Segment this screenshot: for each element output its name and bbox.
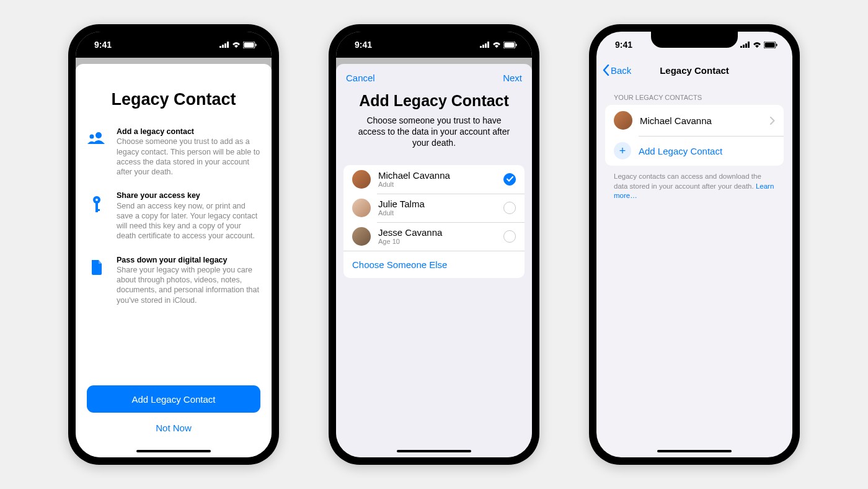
notch [130, 32, 217, 48]
avatar [352, 170, 371, 189]
svg-rect-20 [740, 46, 742, 48]
svg-point-10 [95, 199, 98, 201]
radio-unselected[interactable] [503, 202, 516, 214]
wifi-icon [753, 42, 761, 48]
svg-point-8 [90, 135, 94, 139]
cellular-icon [480, 42, 490, 48]
cancel-button[interactable]: Cancel [346, 73, 375, 83]
status-time: 9:41 [355, 40, 372, 50]
avatar [614, 111, 632, 130]
svg-rect-16 [487, 42, 489, 48]
home-indicator[interactable] [397, 450, 471, 452]
nav-bar: Back Legacy Contact [596, 58, 792, 83]
legacy-contacts-list: Michael Cavanna + Add Legacy Contact [605, 105, 784, 166]
people-icon [87, 127, 107, 177]
contact-row[interactable]: Michael Cavanna Adult [343, 165, 525, 194]
feature-add-contact: Add a legacy contact Choose someone you … [87, 127, 260, 177]
svg-rect-1 [222, 45, 224, 48]
svg-rect-5 [244, 42, 254, 47]
feature-digital-legacy: Pass down your digital legacy Share your… [87, 255, 260, 305]
contact-name: Julie Talma [378, 199, 496, 209]
svg-rect-18 [505, 42, 515, 47]
contact-name: Jesse Cavanna [378, 227, 496, 238]
back-button[interactable]: Back [603, 65, 631, 76]
svg-rect-13 [480, 46, 482, 48]
add-legacy-contact-button[interactable]: Add Legacy Contact [87, 385, 260, 413]
document-icon [87, 255, 107, 305]
legacy-contact-row[interactable]: Michael Cavanna [605, 105, 784, 136]
battery-icon [764, 42, 777, 48]
back-label: Back [611, 65, 631, 76]
wifi-icon [492, 42, 501, 48]
home-indicator[interactable] [136, 450, 211, 452]
status-icons [740, 42, 777, 48]
svg-point-7 [95, 132, 102, 138]
feature-desc: Share your legacy with people you care a… [117, 265, 260, 305]
status-time: 9:41 [94, 40, 112, 50]
contact-list: Michael Cavanna Adult Julie Talma Adult [343, 165, 525, 278]
svg-rect-12 [95, 209, 100, 211]
page-title: Legacy Contact [87, 90, 260, 109]
nav-title: Legacy Contact [660, 65, 729, 76]
notch [651, 32, 738, 48]
add-label: Add Legacy Contact [639, 146, 775, 156]
svg-rect-19 [516, 43, 517, 46]
avatar [352, 227, 371, 246]
svg-rect-14 [482, 45, 484, 48]
svg-rect-22 [745, 43, 747, 48]
status-icons [219, 42, 257, 48]
svg-rect-26 [776, 43, 777, 46]
phone-select-contact-screen: 9:41 Cancel Next Add Legacy Contact Choo… [329, 24, 539, 465]
feature-title: Pass down your digital legacy [117, 255, 260, 265]
svg-rect-2 [224, 43, 226, 48]
feature-desc: Send an access key now, or print and sav… [117, 201, 260, 241]
contact-name: Michael Cavanna [640, 115, 763, 126]
intro-sheet: Legacy Contact Add a legacy contact Choo… [76, 64, 272, 457]
chevron-left-icon [603, 65, 609, 76]
not-now-button[interactable]: Not Now [87, 415, 260, 440]
plus-icon: + [614, 142, 631, 159]
radio-unselected[interactable] [503, 230, 516, 243]
select-contact-sheet: Cancel Next Add Legacy Contact Choose so… [336, 64, 532, 457]
next-button[interactable]: Next [503, 73, 522, 83]
add-legacy-contact-row[interactable]: + Add Legacy Contact [605, 136, 784, 166]
svg-rect-23 [748, 42, 750, 48]
contact-row[interactable]: Julie Talma Adult [343, 194, 525, 222]
page-subtitle: Choose someone you trust to have access … [336, 115, 532, 149]
home-indicator[interactable] [657, 450, 732, 452]
page-title: Add Legacy Contact [346, 92, 522, 110]
status-time: 9:41 [615, 40, 632, 50]
svg-rect-3 [227, 42, 229, 48]
contact-row[interactable]: Jesse Cavanna Age 10 [343, 222, 525, 251]
cellular-icon [740, 42, 750, 48]
phone-contacts-list-screen: 9:41 Back Legacy Contact YOUR LEGACY CON… [589, 24, 800, 465]
wifi-icon [232, 42, 241, 48]
contact-name: Michael Cavanna [378, 170, 496, 181]
feature-title: Share your access key [117, 191, 260, 200]
svg-rect-6 [255, 43, 257, 46]
status-icons [480, 42, 517, 48]
chevron-right-icon [770, 117, 775, 125]
contact-subtitle: Adult [378, 181, 496, 188]
feature-desc: Choose someone you trust to add as a leg… [117, 137, 260, 177]
choose-someone-else-button[interactable]: Choose Someone Else [343, 251, 525, 278]
notch [391, 32, 477, 48]
contact-subtitle: Age 10 [378, 238, 496, 245]
svg-rect-0 [219, 46, 221, 48]
phone-intro-screen: 9:41 Legacy Contact Add a legacy contact… [68, 24, 279, 465]
contact-subtitle: Adult [378, 209, 496, 217]
feature-access-key: Share your access key Send an access key… [87, 191, 260, 241]
avatar [352, 199, 371, 217]
battery-icon [243, 42, 257, 48]
feature-title: Add a legacy contact [117, 127, 260, 137]
svg-rect-21 [743, 45, 745, 48]
footer-text: Legacy contacts can access and download … [596, 166, 792, 207]
battery-icon [503, 42, 517, 48]
key-icon [87, 191, 107, 241]
svg-rect-25 [765, 42, 775, 47]
cellular-icon [219, 42, 229, 48]
radio-selected[interactable] [503, 173, 516, 186]
section-header: YOUR LEGACY CONTACTS [596, 83, 792, 105]
svg-rect-15 [485, 43, 487, 48]
